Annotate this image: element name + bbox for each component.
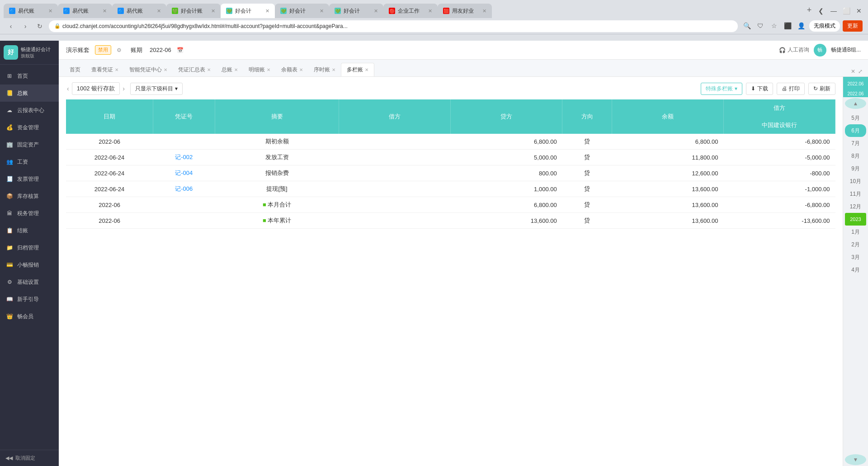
expand-panel-icon[interactable]: ⤢ (858, 68, 863, 75)
browser-tab-8[interactable]: 🟥 用友好业 ✕ (438, 4, 492, 18)
account-badge[interactable]: 1002 银行存款 (72, 82, 120, 95)
page-tab-close-4[interactable]: ✕ (234, 67, 238, 72)
month-item-10[interactable]: 2月 (843, 238, 868, 251)
privacy-icon[interactable]: 🛡 (755, 20, 766, 31)
browser-tab-7[interactable]: 🔴 企业工作 ✕ (383, 4, 438, 18)
new-tab-button[interactable]: + (803, 4, 816, 16)
special-ledger-button[interactable]: 特殊多栏账 ▾ (701, 83, 742, 95)
tab-close-6[interactable]: ✕ (374, 8, 378, 14)
page-tab-4[interactable]: 总账✕ (216, 63, 243, 76)
page-tab-1[interactable]: 查看凭证✕ (86, 63, 124, 76)
maximize-button[interactable]: ⬜ (841, 5, 852, 16)
sidebar-item-新手引导[interactable]: 📖 新手引导 (0, 291, 59, 308)
browser-tab-2[interactable]: 🔷 易代账 ✕ (112, 4, 166, 18)
month-item-3[interactable]: 8月 (843, 150, 868, 162)
month-item-2[interactable]: 7月 (843, 137, 868, 150)
tab-close-8[interactable]: ✕ (482, 8, 486, 14)
month-item-7[interactable]: 12月 (843, 200, 868, 213)
search-icon[interactable]: 🔍 (741, 20, 752, 31)
page-tab-close-3[interactable]: ✕ (207, 67, 211, 72)
update-button[interactable]: 更新 (843, 20, 863, 32)
unpin-button[interactable]: ◀◀ 取消固定 (0, 450, 59, 466)
page-tab-close-5[interactable]: ✕ (267, 67, 270, 72)
month-item-1[interactable]: 6月 (845, 124, 866, 137)
sidebar-item-归档管理[interactable]: 📁 归档管理 (0, 239, 59, 256)
month-item-6[interactable]: 11月 (843, 188, 868, 200)
page-tab-7[interactable]: 序时账✕ (308, 63, 341, 76)
voucher-link[interactable]: 记-004 (153, 165, 215, 181)
sidebar-item-结账[interactable]: 📋 结账 (0, 222, 59, 239)
page-tab-6[interactable]: 余额表✕ (276, 63, 308, 76)
sidebar-item-税务管理[interactable]: 🏛 税务管理 (0, 205, 59, 222)
page-tab-close-1[interactable]: ✕ (115, 67, 118, 72)
sidebar-item-库存核算[interactable]: 📦 库存核算 (0, 188, 59, 205)
next-account-button[interactable]: › (122, 84, 126, 93)
sidebar-item-总账[interactable]: 📒 总账 (0, 85, 59, 102)
refresh-button[interactable]: ↻ 刷新 (808, 83, 835, 95)
close-panel-icon[interactable]: ✕ (851, 68, 855, 75)
consult-button[interactable]: 🎧 人工咨询 (779, 46, 809, 54)
bookmark-icon[interactable]: ☆ (769, 20, 779, 31)
sidebar-item-云报表中心[interactable]: ☁ 云报表中心 (0, 102, 59, 119)
download-button[interactable]: ⬇ 下载 (746, 83, 773, 95)
sidebar-item-固定资产[interactable]: 🏢 固定资产 (0, 136, 59, 153)
voucher-link[interactable]: 记-002 (153, 150, 215, 165)
sidebar-item-工资[interactable]: 👥 工资 (0, 153, 59, 170)
sidebar-item-资金管理[interactable]: 💰 资金管理 (0, 119, 59, 136)
browser-tab-5[interactable]: 💚 好会计 ✕ (275, 4, 329, 18)
forward-button[interactable]: › (20, 21, 31, 32)
tab-close-3[interactable]: ✕ (211, 8, 215, 14)
sidebar-item-畅会员[interactable]: 👑 畅会员 (0, 308, 59, 325)
right-panel-header: 2022.06 (843, 77, 868, 90)
browser-tab-0[interactable]: 🔷 易代账 ✕ (4, 4, 58, 18)
minimize-button[interactable]: — (828, 5, 839, 16)
voucher-link[interactable]: 记-006 (153, 181, 215, 197)
stealth-mode-button[interactable]: 无痕模式 (809, 20, 840, 32)
month-item-11[interactable]: 3月 (843, 251, 868, 264)
tab-close-0[interactable]: ✕ (48, 8, 52, 14)
sidebar-item-基础设置[interactable]: ⚙ 基础设置 (0, 273, 59, 291)
tab-close-2[interactable]: ✕ (157, 8, 161, 14)
reload-button[interactable]: ↻ (34, 21, 45, 32)
page-tab-close-2[interactable]: ✕ (164, 67, 167, 72)
tab-list-button[interactable]: ❮ (816, 5, 826, 16)
prev-account-button[interactable]: ‹ (66, 84, 70, 93)
url-bar[interactable]: 🔒 cloud2.chanjet.com/accounting/uh26t264… (49, 20, 738, 32)
tab-close-5[interactable]: ✕ (320, 8, 324, 14)
sidebar-item-首页[interactable]: ⊞ 首页 (0, 67, 59, 85)
extensions-icon[interactable]: ⬛ (782, 20, 793, 31)
sidebar-item-发票管理[interactable]: 🧾 发票管理 (0, 170, 59, 188)
close-browser-button[interactable]: ✕ (854, 5, 864, 16)
scroll-down-button[interactable]: ▼ (845, 454, 866, 465)
sidebar-item-小畅报销[interactable]: 💳 小畅报销 (0, 256, 59, 273)
settings-icon[interactable]: ⚙ (117, 47, 122, 53)
page-tab-close-6[interactable]: ✕ (299, 67, 303, 72)
month-item-0[interactable]: 5月 (843, 112, 868, 124)
table-row: 2022-06 ■本年累计 13,600.00 贷 13,600.00 -13,… (66, 213, 835, 229)
filter-dropdown[interactable]: 只显示下级科目 ▾ (130, 83, 183, 95)
print-button[interactable]: 🖨 打印 (777, 83, 805, 95)
back-button[interactable]: ‹ (5, 21, 16, 32)
page-tab-2[interactable]: 智能凭证中心✕ (124, 63, 173, 76)
page-tab-3[interactable]: 凭证汇总表✕ (173, 63, 216, 76)
month-item-5[interactable]: 10月 (843, 175, 868, 188)
calendar-icon[interactable]: 📅 (177, 47, 184, 53)
page-tab-8[interactable]: 多栏账✕ (341, 63, 374, 76)
tab-close-4[interactable]: ✕ (265, 8, 269, 14)
page-tab-close-8[interactable]: ✕ (365, 67, 368, 72)
browser-tab-4[interactable]: 💚 好会计 ✕ (221, 4, 275, 18)
page-tab-close-7[interactable]: ✕ (332, 67, 335, 72)
page-tab-0[interactable]: 首页 (64, 63, 86, 76)
tab-close-7[interactable]: ✕ (428, 8, 432, 14)
account-icon[interactable]: 👤 (796, 20, 807, 31)
month-item-9[interactable]: 1月 (843, 226, 868, 238)
scroll-up-button[interactable]: ▲ (845, 98, 866, 109)
month-item-12[interactable]: 4月 (843, 264, 868, 276)
tab-close-1[interactable]: ✕ (103, 8, 107, 14)
month-item-8[interactable]: 2023 (845, 213, 866, 226)
page-tab-5[interactable]: 明细账✕ (243, 63, 276, 76)
browser-tab-1[interactable]: 🔷 易代账 ✕ (58, 4, 112, 18)
browser-tab-3[interactable]: 💚 好会计账 ✕ (166, 4, 221, 18)
month-item-4[interactable]: 9月 (843, 162, 868, 175)
browser-tab-6[interactable]: 💚 好会计 ✕ (329, 4, 383, 18)
